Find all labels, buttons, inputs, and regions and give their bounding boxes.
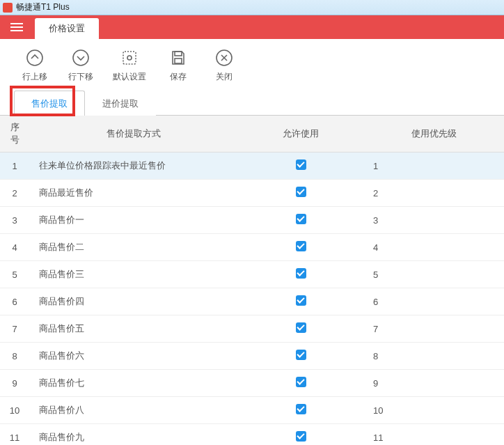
cell-method: 商品售价五: [29, 315, 238, 343]
menu-button[interactable]: [0, 15, 33, 39]
cell-method: 商品售价八: [29, 397, 238, 424]
table-header-row: 序号 售价提取方式 允许使用 使用优先级: [0, 116, 504, 153]
price-table-wrap: 序号 售价提取方式 允许使用 使用优先级 1往来单位价格跟踪表中最近售价12商品…: [0, 116, 504, 445]
cell-priority: 8: [363, 343, 504, 370]
cell-seq: 9: [0, 370, 29, 397]
cell-seq: 10: [0, 397, 29, 424]
col-seq: 序号: [0, 116, 29, 153]
cell-seq: 1: [0, 153, 29, 180]
cell-priority: 11: [363, 424, 504, 446]
allow-checkbox[interactable]: [296, 187, 306, 197]
tab-sale-price[interactable]: 售价提取: [14, 91, 85, 116]
cell-allow: [238, 370, 363, 397]
row-up-button[interactable]: 行上移: [21, 49, 49, 83]
cell-priority: 10: [363, 397, 504, 424]
table-row[interactable]: 4商品售价二4: [0, 234, 504, 261]
allow-checkbox[interactable]: [296, 322, 306, 333]
tool-label: 关闭: [216, 71, 233, 83]
table-row[interactable]: 8商品售价六8: [0, 343, 504, 370]
window-title: 畅捷通T1 Plus: [16, 1, 70, 13]
cell-priority: 7: [363, 315, 504, 343]
table-row[interactable]: 1往来单位价格跟踪表中最近售价1: [0, 153, 504, 180]
cell-seq: 2: [0, 180, 29, 207]
table-row[interactable]: 10商品售价八10: [0, 397, 504, 424]
table-row[interactable]: 9商品售价七9: [0, 370, 504, 397]
cell-allow: [238, 315, 363, 343]
cell-method: 商品最近售价: [29, 180, 238, 207]
svg-rect-7: [175, 52, 182, 56]
tab-purchase-price[interactable]: 进价提取: [85, 91, 156, 116]
hamburger-icon: [10, 22, 23, 32]
price-table: 序号 售价提取方式 允许使用 使用优先级 1往来单位价格跟踪表中最近售价12商品…: [0, 116, 504, 445]
cell-allow: [238, 397, 363, 424]
tool-label: 默认设置: [113, 71, 146, 83]
cell-allow: [238, 207, 363, 234]
cell-seq: 6: [0, 288, 29, 315]
allow-checkbox[interactable]: [296, 214, 306, 224]
allow-checkbox[interactable]: [296, 377, 306, 387]
tab-label: 售价提取: [31, 98, 68, 109]
svg-rect-8: [175, 58, 182, 63]
allow-checkbox[interactable]: [296, 241, 306, 251]
cell-priority: 5: [363, 261, 504, 288]
svg-point-6: [127, 56, 132, 60]
cell-method: 商品售价四: [29, 288, 238, 315]
col-method: 售价提取方式: [29, 116, 238, 153]
cell-method: 商品售价一: [29, 207, 238, 234]
sub-tabs: 售价提取 进价提取: [0, 90, 504, 116]
table-row[interactable]: 5商品售价三5: [0, 261, 504, 288]
cell-priority: 3: [363, 207, 504, 234]
save-button[interactable]: 保存: [164, 49, 192, 83]
arrow-down-circle-icon: [72, 49, 90, 67]
row-down-button[interactable]: 行下移: [67, 49, 95, 83]
cell-seq: 8: [0, 343, 29, 370]
cell-allow: [238, 153, 363, 180]
cell-method: 商品售价三: [29, 261, 238, 288]
table-row[interactable]: 3商品售价一3: [0, 207, 504, 234]
cell-allow: [238, 234, 363, 261]
allow-checkbox[interactable]: [296, 431, 306, 442]
table-row[interactable]: 2商品最近售价2: [0, 180, 504, 207]
cell-seq: 3: [0, 207, 29, 234]
tab-label: 进价提取: [102, 98, 139, 109]
cell-seq: 11: [0, 424, 29, 446]
table-row[interactable]: 7商品售价五7: [0, 315, 504, 343]
table-row[interactable]: 11商品售价九11: [0, 424, 504, 446]
allow-checkbox[interactable]: [296, 350, 306, 360]
svg-point-3: [27, 50, 42, 65]
cell-allow: [238, 180, 363, 207]
cell-allow: [238, 424, 363, 446]
tool-label: 保存: [170, 71, 187, 83]
table-row[interactable]: 6商品售价四6: [0, 288, 504, 315]
ribbon-tab-price-settings[interactable]: 价格设置: [35, 18, 99, 39]
allow-checkbox[interactable]: [296, 159, 306, 170]
window-title-bar: 畅捷通T1 Plus: [0, 0, 504, 15]
ribbon-bar: 价格设置: [0, 15, 504, 39]
cell-method: 商品售价九: [29, 424, 238, 446]
default-settings-button[interactable]: 默认设置: [113, 49, 146, 83]
allow-checkbox[interactable]: [296, 404, 306, 414]
allow-checkbox[interactable]: [296, 295, 306, 306]
svg-point-4: [73, 50, 88, 65]
cell-method: 商品售价二: [29, 234, 238, 261]
cell-method: 往来单位价格跟踪表中最近售价: [29, 153, 238, 180]
cell-seq: 4: [0, 234, 29, 261]
col-priority: 使用优先级: [363, 116, 504, 153]
col-allow: 允许使用: [238, 116, 363, 153]
toolbar: 行上移 行下移 默认设置 保存 关闭: [0, 39, 504, 90]
cell-allow: [238, 343, 363, 370]
cell-priority: 6: [363, 288, 504, 315]
allow-checkbox[interactable]: [296, 268, 306, 279]
save-icon: [169, 49, 187, 67]
cell-allow: [238, 288, 363, 315]
ribbon-tab-label: 价格设置: [49, 22, 85, 35]
close-button[interactable]: 关闭: [210, 49, 238, 83]
cell-seq: 7: [0, 315, 29, 343]
cell-seq: 5: [0, 261, 29, 288]
cell-priority: 4: [363, 234, 504, 261]
cell-method: 商品售价六: [29, 343, 238, 370]
cell-priority: 1: [363, 153, 504, 180]
cell-priority: 9: [363, 370, 504, 397]
tool-label: 行下移: [68, 71, 93, 83]
arrow-up-circle-icon: [26, 49, 44, 67]
